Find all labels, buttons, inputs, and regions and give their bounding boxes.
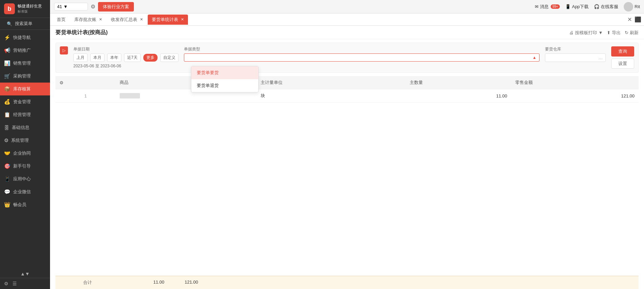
this-year-btn[interactable]: 本年 xyxy=(107,53,121,62)
date-filter-row: 上月 本月 本年 近7天 更多 自定义 xyxy=(73,53,178,62)
sidebar-item-enterprise[interactable]: 🤝 企业协同 xyxy=(0,147,50,160)
tabs-bar: 首页 库存批次账 ✕ 收发存汇总表 ✕ 要货单统计表 ✕ ✕ ⬛ xyxy=(50,14,644,26)
this-month-btn[interactable]: 本月 xyxy=(90,53,104,62)
sidebar-item-label: 销售管理 xyxy=(13,60,31,66)
sidebar-item-base-info[interactable]: 🗄 基础信息 xyxy=(0,121,50,134)
operations-icon: 📋 xyxy=(4,112,10,118)
sidebar-item-quick-nav[interactable]: ⚡ 快捷导航 xyxy=(0,31,50,44)
table-settings-icon: ⚙ xyxy=(59,80,64,85)
sidebar-item-marketing[interactable]: 📢 营销推广 xyxy=(0,44,50,57)
sidebar-item-label: 资金管理 xyxy=(13,99,31,105)
product-placeholder xyxy=(120,93,140,98)
date-range-text: 2023-05-06 至 2023-06-06 xyxy=(73,63,178,69)
sidebar-item-purchase[interactable]: 🛒 采购管理 xyxy=(0,70,50,83)
tab-receive-summary-close[interactable]: ✕ xyxy=(140,17,143,22)
export-icon: ⬆ xyxy=(607,30,611,35)
export-button[interactable]: ⬆ 导出 xyxy=(607,30,621,36)
guide-icon: 🎯 xyxy=(4,163,10,169)
more-dates-btn[interactable]: 更多 xyxy=(143,54,158,62)
date-filter-label: 单据日期 xyxy=(73,46,178,52)
query-button[interactable]: 查询 xyxy=(611,46,634,57)
tab-order-stats-close[interactable]: ✕ xyxy=(181,17,184,22)
row-amount: 121.00 xyxy=(511,89,639,103)
sidebar-item-finance[interactable]: 💰 资金管理 xyxy=(0,95,50,108)
tabs-controls: ✕ ⬛ xyxy=(627,16,641,23)
warehouse-filter-input[interactable]: … xyxy=(545,53,606,62)
type-filter-arrow-icon: ▲ xyxy=(532,55,536,60)
print-template-button[interactable]: 🖨 按模板打印 ▼ xyxy=(569,30,603,36)
tab-inventory-batch[interactable]: 库存批次账 ✕ xyxy=(70,15,106,25)
print-arrow-icon: ▼ xyxy=(598,30,603,35)
sidebar-item-operations[interactable]: 📋 经营管理 xyxy=(0,108,50,121)
header-settings-icon[interactable]: ⚙ xyxy=(91,3,95,10)
table-row: 1 块 11.00 121.00 xyxy=(55,89,639,103)
filter-actions: 查询 设置 xyxy=(611,46,634,69)
sidebar-item-label: 系统管理 xyxy=(11,137,29,143)
last-month-btn[interactable]: 上月 xyxy=(73,53,88,62)
sidebar-item-label: 快捷导航 xyxy=(13,35,31,41)
sidebar-item-guide[interactable]: 🎯 新手引导 xyxy=(0,160,50,173)
tab-order-stats-label: 要货单统计表 xyxy=(152,17,178,23)
dropdown-item-requisition[interactable]: 要货单要货 xyxy=(191,66,258,79)
type-filter-input[interactable]: ▲ xyxy=(184,53,540,62)
tab-inventory-batch-close[interactable]: ✕ xyxy=(99,17,102,22)
sidebar-item-label: 新手引导 xyxy=(13,163,31,169)
sidebar-item-sales[interactable]: 📊 销售管理 xyxy=(0,57,50,70)
product-cell xyxy=(120,93,252,98)
sidebar-menu-toggle-icon[interactable]: ☰ xyxy=(13,281,17,286)
sidebar-settings-icon[interactable]: ⚙ xyxy=(4,281,8,286)
enterprise-icon: 🤝 xyxy=(4,150,10,156)
sidebar-item-app-center[interactable]: 📱 应用中心 xyxy=(0,173,50,185)
custom-date-btn[interactable]: 自定义 xyxy=(160,53,178,62)
user-item[interactable]: Rit xyxy=(624,2,640,12)
summary-quantity: 11.00 xyxy=(141,280,174,286)
company-selector[interactable]: 41 ▼ xyxy=(54,3,88,10)
col-unit: 主计量单位 xyxy=(257,76,406,89)
print-icon: 🖨 xyxy=(569,30,574,35)
tabs-more-icon[interactable]: ⬛ xyxy=(635,16,641,23)
trial-button[interactable]: 体验行业方案 xyxy=(98,2,134,12)
tabs-close-all-icon[interactable]: ✕ xyxy=(627,16,632,23)
sidebar-item-label: 采购管理 xyxy=(13,73,31,79)
table-container: ⚙ 商品 主计量单位 主数量 零售金额 1 xyxy=(55,76,639,176)
col-settings[interactable]: ⚙ xyxy=(55,76,116,89)
sidebar-item-member[interactable]: 👑 畅会员 xyxy=(0,198,50,211)
messages-item[interactable]: ✉ 消息 99+ xyxy=(535,4,560,10)
tab-order-stats[interactable]: 要货单统计表 ✕ xyxy=(148,15,188,25)
sidebar-scroll-up[interactable]: ▲ xyxy=(20,271,25,276)
sidebar-item-label: 基础信息 xyxy=(12,125,29,131)
page-content: 要货单统计表(按商品) 🖨 按模板打印 ▼ ⬆ 导出 ↻ 刷新 ▷ xyxy=(50,26,644,289)
page-title: 要货单统计表(按商品) xyxy=(55,29,108,36)
main-area: 41 ▼ ⚙ 体验行业方案 ✉ 消息 99+ 📱 App下载 🎧 在线客服 R xyxy=(50,0,644,289)
service-icon: 🎧 xyxy=(594,4,599,9)
enterprise-wx-icon: 💬 xyxy=(4,189,10,195)
row-quantity: 11.00 xyxy=(406,89,511,103)
dropdown-item-requisition-label: 要货单要货 xyxy=(197,70,219,75)
member-icon: 👑 xyxy=(4,202,10,208)
print-template-label: 按模板打印 xyxy=(575,30,597,36)
tab-receive-summary[interactable]: 收发存汇总表 ✕ xyxy=(107,15,147,25)
sidebar-item-enterprise-wx[interactable]: 💬 企业微信 xyxy=(0,185,50,198)
setup-button[interactable]: 设置 xyxy=(611,59,634,69)
sidebar-item-label: 营销推广 xyxy=(13,47,31,53)
app-download-item[interactable]: 📱 App下载 xyxy=(565,4,589,10)
sidebar-footer: ⚙ ☰ xyxy=(0,278,50,289)
sidebar-item-label: 应用中心 xyxy=(13,176,31,182)
app-sub: 标准版 xyxy=(18,9,42,14)
online-service-item[interactable]: 🎧 在线客服 xyxy=(594,4,618,10)
avatar xyxy=(624,2,633,12)
last-7days-btn[interactable]: 近7天 xyxy=(124,53,141,62)
date-filter-group: 单据日期 上月 本月 本年 近7天 更多 自定义 2023-05-06 至 20… xyxy=(73,46,178,69)
filter-expand-button[interactable]: ▷ xyxy=(60,46,68,54)
dropdown-item-return[interactable]: 要货单退货 xyxy=(191,79,258,92)
tab-home[interactable]: 首页 xyxy=(53,15,70,25)
app-name: 畅捷通好生意 xyxy=(18,4,42,9)
search-menu-item[interactable]: 🔍 搜索菜单 xyxy=(0,18,50,30)
data-table: ⚙ 商品 主计量单位 主数量 零售金额 1 xyxy=(55,76,639,103)
tab-home-label: 首页 xyxy=(57,17,66,23)
sidebar-scroll-down[interactable]: ▼ xyxy=(25,271,30,276)
sidebar-item-system[interactable]: ⚙ 系统管理 xyxy=(0,134,50,147)
refresh-button[interactable]: ↻ 刷新 xyxy=(625,30,639,36)
sidebar-item-inventory[interactable]: 📦 库存核算 xyxy=(0,83,50,95)
filter-bar: ▷ 单据日期 上月 本月 本年 近7天 更多 自定义 2023-05-06 至 … xyxy=(55,43,639,73)
